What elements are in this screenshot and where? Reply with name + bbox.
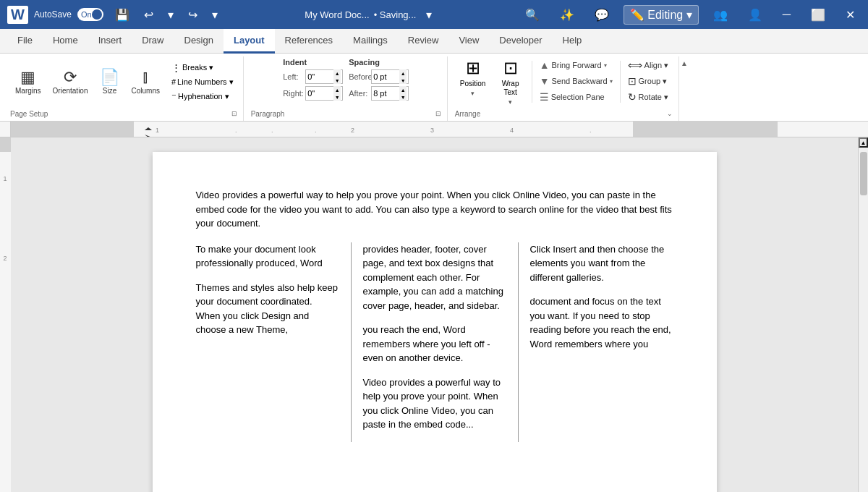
ribbon-tabs: File Home Insert Draw Design Layout Refe… bbox=[0, 29, 868, 54]
left-indent-value[interactable] bbox=[307, 72, 333, 81]
after-spacing-down[interactable]: ▼ bbox=[399, 93, 407, 101]
right-indent-up[interactable]: ▲ bbox=[333, 86, 341, 93]
scroll-track-v[interactable] bbox=[859, 148, 868, 492]
save-button[interactable]: 💾 bbox=[109, 5, 135, 25]
restore-button[interactable]: ⬜ bbox=[805, 5, 831, 25]
page-setup-group: ▦ Margins ⟳ Orientation 📄 Size ⫿ Columns bbox=[4, 56, 244, 121]
columns-button[interactable]: ⫿ Columns bbox=[127, 66, 165, 98]
undo-dropdown[interactable]: ▾ bbox=[162, 5, 179, 25]
paragraph-expand[interactable]: ⊡ bbox=[435, 110, 441, 117]
size-button[interactable]: 📄 Size bbox=[95, 66, 125, 98]
hyphenation-dropdown[interactable]: ⁻ Hyphenation ▾ bbox=[168, 90, 237, 103]
page-setup-expand[interactable]: ⊡ bbox=[231, 110, 237, 117]
comments-button[interactable]: 💬 bbox=[589, 5, 615, 25]
scroll-up-button[interactable]: ▲ bbox=[859, 137, 868, 148]
tab-developer[interactable]: Developer bbox=[489, 29, 552, 54]
scroll-thumb-v[interactable] bbox=[860, 152, 867, 195]
hyphenation-icon: ⁻ bbox=[171, 91, 176, 102]
arrange-expand[interactable]: ⌄ bbox=[667, 110, 673, 117]
selection-pane-label: Selection Pane bbox=[551, 93, 605, 101]
before-spacing-input[interactable]: ▲ ▼ bbox=[371, 69, 409, 84]
word-icon: W bbox=[7, 6, 28, 24]
left-indent-arrows: ▲ ▼ bbox=[333, 69, 341, 84]
svg-text:2: 2 bbox=[3, 255, 7, 262]
rotate-button[interactable]: ↻ Rotate ▾ bbox=[624, 90, 673, 104]
rotate-label: Rotate ▾ bbox=[639, 93, 668, 102]
paragraph-title: Paragraph bbox=[251, 107, 285, 119]
ruler-side-svg: 1 2 bbox=[0, 137, 11, 492]
undo-button[interactable]: ↩ bbox=[138, 5, 159, 25]
send-backward-label: Send Backward bbox=[552, 77, 608, 85]
ribbon: ▦ Margins ⟳ Orientation 📄 Size ⫿ Columns bbox=[0, 54, 868, 122]
right-indent-value[interactable] bbox=[307, 89, 333, 98]
svg-text:.: . bbox=[315, 127, 317, 134]
size-icon: 📄 bbox=[100, 69, 119, 85]
left-indent-up[interactable]: ▲ bbox=[333, 69, 341, 77]
tab-layout[interactable]: Layout bbox=[224, 29, 275, 54]
tab-review[interactable]: Review bbox=[398, 29, 449, 54]
collapse-icon[interactable]: ▲ bbox=[681, 59, 688, 67]
right-indent-arrows: ▲ ▼ bbox=[333, 86, 341, 101]
tab-help[interactable]: Help bbox=[553, 29, 592, 54]
size-label: Size bbox=[103, 87, 116, 95]
tab-home[interactable]: Home bbox=[43, 29, 88, 54]
align-button[interactable]: ⟺ Align ▾ bbox=[624, 58, 673, 72]
magic-button[interactable]: ✨ bbox=[554, 5, 580, 25]
bring-forward-button[interactable]: ▲ Bring Forward ▾ bbox=[535, 58, 617, 72]
tab-draw[interactable]: Draw bbox=[132, 29, 174, 54]
align-label: Align ▾ bbox=[644, 61, 669, 70]
before-spacing-down[interactable]: ▼ bbox=[399, 77, 407, 84]
right-indent-down[interactable]: ▼ bbox=[333, 93, 341, 101]
ribbon-collapse[interactable]: ▲ bbox=[681, 56, 688, 121]
columns-icon: ⫿ bbox=[142, 69, 150, 85]
tab-file[interactable]: File bbox=[7, 29, 43, 54]
intro-text: Video provides a powerful way to help yo… bbox=[196, 190, 672, 229]
send-backward-button[interactable]: ▼ Send Backward ▾ bbox=[535, 74, 617, 88]
left-indent-down[interactable]: ▼ bbox=[333, 77, 341, 84]
tab-design[interactable]: Design bbox=[174, 29, 224, 54]
editing-button[interactable]: ✏️ Editing ▾ bbox=[624, 5, 699, 25]
left-indent-input[interactable]: ▲ ▼ bbox=[305, 69, 343, 84]
tab-references[interactable]: References bbox=[275, 29, 343, 54]
tab-mailings[interactable]: Mailings bbox=[343, 29, 398, 54]
after-spacing-up[interactable]: ▲ bbox=[399, 86, 407, 93]
share-button[interactable]: 👥 bbox=[707, 5, 733, 25]
left-indent-row: Left: ▲ ▼ bbox=[283, 69, 343, 84]
send-backward-caret: ▾ bbox=[610, 78, 613, 85]
autosave-toggle[interactable]: On bbox=[77, 8, 103, 21]
bring-forward-caret: ▾ bbox=[604, 62, 607, 69]
wrap-text-dropdown[interactable]: ▾ bbox=[509, 98, 512, 106]
before-spacing-value[interactable] bbox=[373, 72, 399, 81]
page-setup-buttons: ▦ Margins ⟳ Orientation 📄 Size ⫿ Columns bbox=[10, 58, 237, 106]
doc-page[interactable]: Video provides a powerful way to help yo… bbox=[153, 152, 717, 492]
paragraph-group: Indent Left: ▲ ▼ bbox=[245, 56, 448, 121]
svg-text:2: 2 bbox=[351, 127, 354, 134]
align-icon: ⟺ bbox=[628, 59, 642, 71]
close-button[interactable]: ✕ bbox=[840, 5, 861, 25]
title-dropdown-button[interactable]: ▾ bbox=[420, 5, 438, 25]
selection-pane-button[interactable]: ☰ Selection Pane bbox=[535, 90, 617, 104]
user-button[interactable]: 👤 bbox=[742, 5, 768, 25]
send-backward-icon: ▼ bbox=[540, 75, 550, 87]
doc-page-area[interactable]: Video provides a powerful way to help yo… bbox=[11, 137, 858, 492]
minimize-button[interactable]: ─ bbox=[777, 5, 796, 24]
line-numbers-icon: # bbox=[171, 77, 176, 86]
redo-button[interactable]: ↪ bbox=[182, 5, 203, 25]
tab-insert[interactable]: Insert bbox=[88, 29, 132, 54]
right-indent-input[interactable]: ▲ ▼ bbox=[305, 86, 343, 101]
group-button[interactable]: ⊡ Group ▾ bbox=[624, 74, 673, 88]
doc-container: 1 . . . 2 3 4 . 1 2 bbox=[0, 122, 868, 492]
customize-toolbar-button[interactable]: ▾ bbox=[206, 5, 224, 25]
tab-view[interactable]: View bbox=[448, 29, 489, 54]
orientation-button[interactable]: ⟳ Orientation bbox=[48, 66, 93, 98]
after-spacing-value[interactable] bbox=[373, 89, 399, 98]
svg-rect-1 bbox=[11, 122, 134, 137]
after-spacing-input[interactable]: ▲ ▼ bbox=[371, 86, 409, 101]
svg-rect-2 bbox=[633, 122, 778, 137]
search-button[interactable]: 🔍 bbox=[519, 5, 545, 25]
breaks-dropdown[interactable]: ⋮ Breaks ▾ bbox=[168, 61, 237, 75]
before-spacing-up[interactable]: ▲ bbox=[399, 69, 407, 77]
margins-button[interactable]: ▦ Margins bbox=[10, 66, 46, 98]
line-numbers-dropdown[interactable]: # Line Numbers ▾ bbox=[168, 76, 237, 88]
position-dropdown[interactable]: ▾ bbox=[471, 90, 475, 97]
